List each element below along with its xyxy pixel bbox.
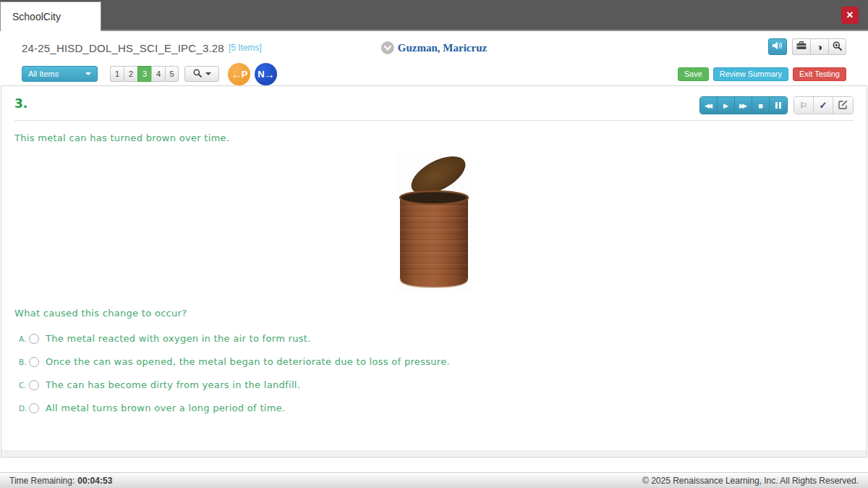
search-items-dropdown[interactable]	[184, 66, 219, 82]
save-button[interactable]: Save	[678, 67, 709, 81]
option-row-c: C. The can has become dirty from years i…	[14, 379, 854, 390]
contrast-icon: ◑	[817, 41, 822, 53]
close-icon: ×	[846, 9, 853, 21]
time-remaining: Time Remaining:00:04:53	[9, 476, 112, 486]
stop-button[interactable]: ■	[752, 97, 770, 114]
option-text: Once the can was opened, the metal began…	[46, 356, 450, 367]
answer-options: A. The metal reacted with oxygen in the …	[14, 333, 854, 413]
next-label: N	[258, 69, 263, 80]
flag-icon: ⚐	[800, 101, 808, 111]
items-count-badge: [5 Items]	[229, 43, 262, 53]
chevron-down-icon	[205, 72, 211, 75]
divider	[14, 120, 854, 121]
item-mark-controls: ⚐ ✓	[793, 96, 854, 114]
edit-note-icon	[838, 100, 848, 112]
schoolcity-test-screen: SchoolCity × 24-25_HISD_DOL_HS_SCI_E_IPC…	[0, 0, 868, 488]
check-icon: ✓	[820, 100, 827, 111]
search-icon	[193, 67, 202, 80]
page-button-5[interactable]: 5	[165, 66, 179, 82]
stop-icon: ■	[758, 101, 763, 110]
page-button-2[interactable]: 2	[124, 66, 137, 82]
play-button[interactable]: ▶	[718, 97, 735, 114]
header: 24-25_HISD_DOL_HS_SCI_E_IPC_3.28 [5 Item…	[0, 31, 868, 91]
close-window-button[interactable]: ×	[841, 7, 859, 24]
option-letter: A.	[19, 335, 29, 343]
option-b-radio[interactable]	[29, 357, 39, 367]
question-stem: This metal can has turned brown over tim…	[14, 132, 854, 143]
item-filter-label: All Items	[28, 70, 59, 78]
time-remaining-label: Time Remaining:	[9, 476, 75, 486]
review-summary-button[interactable]: Review Summary	[713, 67, 788, 81]
browser-tab[interactable]: SchoolCity	[0, 1, 101, 31]
fast-forward-button[interactable]: ▶▶	[735, 97, 752, 114]
option-row-a: A. The metal reacted with oxygen in the …	[14, 333, 854, 344]
previous-item-button[interactable]: ←P	[228, 63, 250, 85]
pause-icon	[775, 102, 781, 109]
question-panel: 3. ◀◀ ▶ ▶▶ ■ ⚐ ✓	[1, 85, 867, 458]
next-item-button[interactable]: N→	[255, 63, 277, 85]
option-row-d: D. All metal turns brown over a long per…	[14, 403, 854, 413]
rewind-icon: ◀◀	[705, 102, 710, 109]
exit-testing-button[interactable]: Exit Testing	[793, 67, 846, 81]
page-button-1[interactable]: 1	[110, 66, 124, 82]
zoom-button[interactable]	[828, 38, 846, 55]
arrow-right-icon: →	[264, 68, 274, 80]
item-pager: 1 2 3 4 5	[110, 66, 179, 82]
option-c-radio[interactable]	[29, 380, 39, 390]
pause-button[interactable]	[770, 97, 787, 114]
status-footer: Time Remaining:00:04:53 © 2025 Renaissan…	[0, 472, 868, 488]
student-name: Guzman, Maricruz	[398, 42, 487, 54]
option-text: The metal reacted with oxygen in the air…	[46, 333, 311, 344]
tab-title: SchoolCity	[12, 11, 61, 22]
time-remaining-value: 00:04:53	[77, 476, 112, 486]
mark-answered-button[interactable]: ✓	[814, 97, 833, 114]
speaker-icon	[773, 41, 783, 52]
chevron-down-icon	[85, 72, 91, 75]
panel-footer-strip	[1, 450, 867, 457]
briefcase-icon	[796, 41, 807, 52]
rewind-button[interactable]: ◀◀	[700, 97, 718, 114]
contrast-button[interactable]: ◑	[810, 38, 828, 55]
arrow-left-icon: ←	[231, 68, 242, 80]
option-a-radio[interactable]	[29, 334, 39, 344]
notes-button[interactable]	[833, 97, 853, 114]
audio-player-controls: ◀◀ ▶ ▶▶ ■	[699, 96, 788, 114]
play-icon: ▶	[723, 102, 728, 109]
window-titlebar: SchoolCity ×	[0, 0, 868, 31]
flag-item-button[interactable]: ⚐	[794, 97, 814, 114]
option-letter: C.	[19, 381, 29, 390]
item-filter-dropdown[interactable]: All Items	[22, 66, 98, 82]
previous-label: P	[242, 69, 247, 80]
option-text: All metal turns brown over a long period…	[46, 403, 285, 413]
page-button-4[interactable]: 4	[151, 66, 165, 82]
avatar-chevron-icon	[381, 41, 394, 54]
zoom-in-icon	[833, 41, 842, 53]
student-menu[interactable]: Guzman, Maricruz	[381, 41, 487, 54]
copyright-text: © 2025 Renaissance Learning, Inc. All Ri…	[642, 476, 859, 486]
text-to-speech-button[interactable]	[768, 38, 787, 55]
question-prompt: What caused this change to occur?	[14, 308, 854, 319]
option-letter: D.	[19, 404, 29, 413]
page-button-3-active[interactable]: 3	[137, 66, 151, 82]
option-d-radio[interactable]	[29, 403, 39, 413]
question-number: 3.	[14, 96, 27, 111]
tools-button[interactable]	[792, 38, 810, 55]
option-row-b: B. Once the can was opened, the metal be…	[14, 356, 854, 367]
fast-forward-icon: ▶▶	[739, 102, 745, 109]
option-text: The can has become dirty from years in t…	[46, 379, 300, 390]
rusty-can-image	[397, 154, 472, 292]
assessment-title: 24-25_HISD_DOL_HS_SCI_E_IPC_3.28	[22, 42, 224, 54]
option-letter: B.	[19, 358, 29, 366]
